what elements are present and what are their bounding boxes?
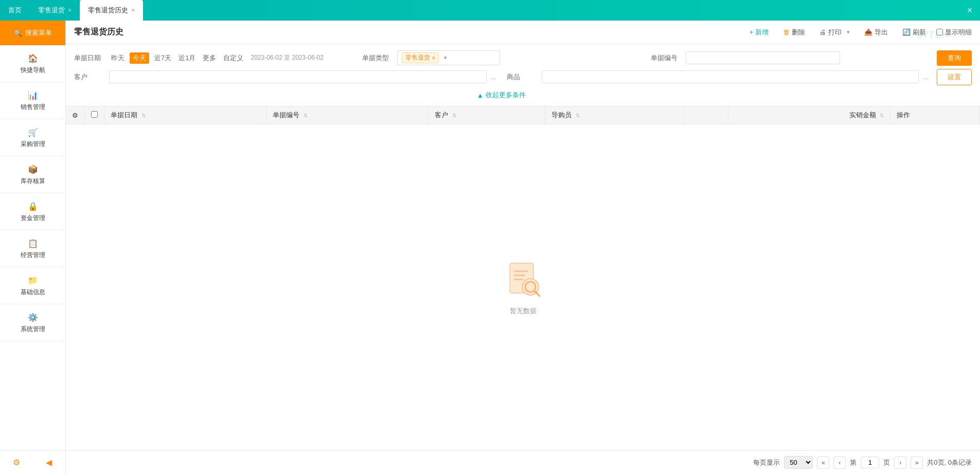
delete-icon: 🗑 [783,28,790,36]
toolbar: + 新增 🗑 删除 🖨 打印 ▾ 📤 导出 🔄 刷新 [745,26,972,39]
filter-date-group: 单据日期 昨天 今天 近7天 近1月 更多 自定义 2023-06-02 至 2… [74,52,352,64]
show-detail-label: 显示明细 [945,28,972,37]
query-button[interactable]: 查询 [937,50,972,66]
col-settings[interactable]: ⚙ [66,106,85,124]
sidebar: 🔍 搜索菜单 🏠 快捷导航 📊 销售管理 🛒 采购管理 📦 库存核算 🔒 资金管… [0,21,66,474]
col-date: 单据日期 ⇅ [104,106,266,124]
date-opt-yesterday[interactable]: 昨天 [109,52,127,64]
date-filter-label: 单据日期 [74,53,105,63]
col-customer: 客户 ⇅ [429,106,545,124]
number-filter-input[interactable] [686,51,840,64]
sidebar-item-sales-mgmt-label: 销售管理 [21,103,45,112]
data-table: ⚙ 单据日期 ⇅ 单据编号 ⇅ [66,106,980,124]
sidebar-item-inventory[interactable]: 📦 库存核算 [0,156,65,193]
new-button-label: + 新增 [750,28,769,37]
col-amount-sort[interactable]: ⇅ [880,113,884,118]
per-page-select[interactable]: 50 10 20 100 [784,456,813,469]
refresh-button[interactable]: 🔄 刷新 [898,26,930,39]
search-icon: 🔍 [14,29,22,37]
col-date-label: 单据日期 [111,111,137,119]
filter-action-btns: 查询 设置 [937,50,972,85]
tab-retail-return-history[interactable]: 零售退货历史 × [80,0,143,21]
new-button[interactable]: + 新增 [745,26,773,39]
next-page-btn[interactable]: › [894,457,906,469]
product-dots: ... [923,73,929,81]
date-opt-last1month[interactable]: 近1月 [176,52,198,64]
sidebar-item-inventory-label: 库存核算 [21,177,45,186]
last-page-btn[interactable]: » [911,457,923,469]
print-button[interactable]: 🖨 打印 ▾ [815,26,854,39]
customer-filter-input[interactable] [109,70,487,83]
sidebar-toggle-icon: ◀ [46,458,52,467]
sidebar-item-basic-info[interactable]: 📁 基础信息 [0,267,65,304]
sidebar-item-system-mgmt[interactable]: ⚙️ 系统管理 [0,304,65,341]
delete-button[interactable]: 🗑 删除 [779,26,809,39]
show-detail-input[interactable] [936,29,943,35]
col-date-sort[interactable]: ⇅ [141,113,146,118]
purchase-mgmt-icon: 🛒 [27,126,39,138]
show-detail-checkbox[interactable]: 显示明细 [936,28,972,37]
col-amount: 实销金额 ⇅ [728,106,890,124]
col-guide-sort[interactable]: ⇅ [576,113,580,118]
col-customer-sort[interactable]: ⇅ [452,113,456,118]
settings-button[interactable]: 设置 [937,69,972,85]
col-number-label: 单据编号 [273,111,299,119]
sidebar-settings-btn[interactable]: ⚙ [0,451,33,474]
date-opt-custom[interactable]: 自定义 [221,52,245,64]
export-button[interactable]: 📤 导出 [860,26,892,39]
collapse-filter-btn[interactable]: ▲ 收起更多条件 [477,90,526,100]
tab-retail-return-label: 零售退货 [38,6,65,15]
svg-rect-1 [514,270,528,272]
filter-row-2: 客户 ... 商品 ... [74,70,929,83]
date-opt-today[interactable]: 今天 [130,52,149,64]
export-button-label: 导出 [875,28,888,37]
first-page-btn[interactable]: « [817,457,829,469]
sidebar-bottom: ⚙ ◀ [0,450,65,474]
collapse-icon: ▲ [477,92,484,99]
product-filter-input[interactable] [542,70,919,83]
type-tag: 零售退货 × [402,52,439,63]
col-guide: 导购员 ⇅ [545,106,685,124]
col-checkbox[interactable] [85,106,104,124]
sidebar-item-finance[interactable]: 🔒 资金管理 [0,193,65,230]
empty-icon [503,259,544,300]
customer-dots: ... [491,73,496,81]
type-filter-container[interactable]: 零售退货 × ▾ [397,50,500,65]
export-icon: 📤 [864,28,872,36]
date-opt-more[interactable]: 更多 [201,52,218,64]
page-input[interactable] [861,457,879,468]
print-dropdown-arrow[interactable]: ▾ [847,29,850,35]
tab-retail-return-close[interactable]: × [68,7,72,14]
page-title: 零售退货历史 [74,27,123,38]
empty-state: 暂无数据 [66,124,980,450]
select-all-checkbox[interactable] [91,111,98,118]
table-settings-icon[interactable]: ⚙ [72,112,78,119]
inventory-icon: 📦 [27,163,39,175]
sidebar-search-btn[interactable]: 🔍 搜索菜单 [0,21,65,45]
main-layout: 🔍 搜索菜单 🏠 快捷导航 📊 销售管理 🛒 采购管理 📦 库存核算 🔒 资金管… [0,21,980,474]
filter-number-group: 单据编号 [651,51,929,64]
empty-text: 暂无数据 [510,306,537,316]
col-guide-label: 导购员 [551,111,572,119]
type-tag-close[interactable]: × [432,54,435,62]
type-dropdown-arrow[interactable]: ▾ [444,54,447,61]
sidebar-item-quick-nav[interactable]: 🏠 快捷导航 [0,45,65,82]
window-close-button[interactable]: × [959,0,980,21]
sidebar-item-purchase-mgmt[interactable]: 🛒 采购管理 [0,119,65,156]
type-tag-value: 零售退货 [405,53,430,62]
sales-mgmt-icon: 📊 [27,89,39,101]
tab-retail-return[interactable]: 零售退货 × [30,0,80,21]
date-opt-last7[interactable]: 近7天 [152,52,173,64]
filter-type-group: 单据类型 零售退货 × ▾ [362,50,640,65]
sidebar-item-operations[interactable]: 📋 经营管理 [0,230,65,267]
sidebar-toggle-btn[interactable]: ◀ [33,451,66,474]
filter-area: 单据日期 昨天 今天 近7天 近1月 更多 自定义 2023-06-02 至 2… [66,44,980,106]
svg-line-6 [535,291,540,296]
tab-home[interactable]: 首页 [0,0,30,21]
pagination: 每页显示 50 10 20 100 « ‹ 第 页 › » 共0页, 0条记录 [66,450,980,474]
col-number-sort[interactable]: ⇅ [304,113,308,118]
sidebar-search-label: 搜索菜单 [25,28,52,38]
sidebar-item-sales-mgmt[interactable]: 📊 销售管理 [0,82,65,119]
tab-retail-return-history-close[interactable]: × [131,7,135,14]
prev-page-btn[interactable]: ‹ [833,457,846,469]
